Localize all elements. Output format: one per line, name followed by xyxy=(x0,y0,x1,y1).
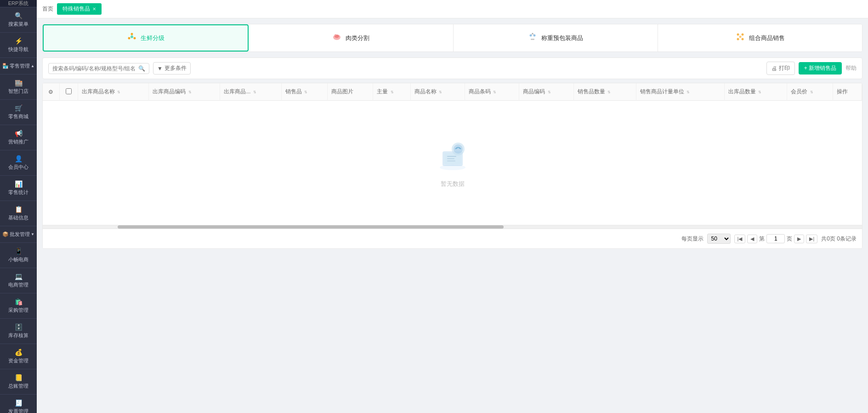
per-page-select[interactable]: 10 20 50 100 xyxy=(707,234,731,244)
sort-icon[interactable]: ⇅ xyxy=(607,90,611,94)
sort-icon[interactable]: ⇅ xyxy=(439,90,442,94)
sidebar-item-quick-nav[interactable]: ⚡ 快捷导航 xyxy=(0,33,37,58)
sidebar-item-label: 批发管理 xyxy=(10,231,30,238)
filter-button[interactable]: ▼ 更多条件 xyxy=(153,62,191,75)
sidebar-item-member[interactable]: 👤 会员中心 xyxy=(0,150,37,176)
sidebar-item-label: 采购管理 xyxy=(8,307,28,314)
sidebar-item-inventory[interactable]: 🗄️ 库存核算 xyxy=(0,319,37,344)
svg-point-1 xyxy=(128,37,130,40)
invoice-icon: 🧾 xyxy=(15,399,23,407)
svg-point-17 xyxy=(739,36,741,38)
meat-tab-label: 肉类分割 xyxy=(346,34,369,42)
next-page-button[interactable]: ▶ xyxy=(794,235,804,243)
sort-icon[interactable]: ⇅ xyxy=(810,90,813,94)
first-page-button[interactable]: |◀ xyxy=(734,235,746,243)
sidebar-item-purchase[interactable]: 🛍️ 采购管理 xyxy=(0,293,37,319)
th-out-qty: 出库品数量 ⇅ xyxy=(724,83,787,101)
active-tab-label: 特殊销售品 xyxy=(62,5,90,13)
th-checkbox[interactable] xyxy=(59,83,78,101)
th-out-spec: 出库商品... ⇅ xyxy=(220,83,282,101)
close-tab-icon[interactable]: ✕ xyxy=(92,6,96,11)
help-button[interactable]: 帮助 xyxy=(845,64,857,72)
sidebar-item-retail[interactable]: 🏪 零售管理 ▲ xyxy=(0,58,37,75)
purchase-icon: 🛍️ xyxy=(15,298,23,305)
mini-program-icon: 📱 xyxy=(15,247,23,255)
sort-icon[interactable]: ⇅ xyxy=(758,90,761,94)
empty-text: 暂无数据 xyxy=(441,180,465,188)
sort-icon[interactable]: ⇅ xyxy=(188,90,192,94)
empty-state: 暂无数据 xyxy=(43,101,862,225)
sidebar-item-marketing[interactable]: 📢 营销推广 xyxy=(0,125,37,150)
print-button[interactable]: 🖨 打印 xyxy=(766,62,795,75)
th-image: 商品图片 xyxy=(327,83,373,101)
tab-combo[interactable]: 组合商品销售 xyxy=(658,24,862,52)
svg-point-23 xyxy=(456,148,457,149)
search-input[interactable] xyxy=(52,65,136,72)
last-page-button[interactable]: ▶| xyxy=(806,235,817,243)
sort-icon[interactable]: ⇅ xyxy=(117,90,120,94)
quick-nav-icon: ⚡ xyxy=(15,37,23,45)
svg-point-15 xyxy=(737,38,739,40)
sidebar-item-label: 零售统计 xyxy=(8,189,28,196)
sidebar-item-finance[interactable]: 💰 资金管理 xyxy=(0,344,37,369)
sort-icon[interactable]: ⇅ xyxy=(304,90,307,94)
sidebar-item-retail-mall[interactable]: 🛒 零售商城 xyxy=(0,100,37,125)
smart-store-icon: 🏬 xyxy=(15,79,23,86)
sidebar-item-retail-stats[interactable]: 📊 零售统计 xyxy=(0,176,37,201)
svg-rect-12 xyxy=(531,39,534,40)
sidebar-item-label: 小畅电商 xyxy=(8,256,28,263)
new-button[interactable]: + 新增销售品 xyxy=(799,62,842,75)
inventory-icon: 🗄️ xyxy=(15,323,23,331)
help-label: 帮助 xyxy=(845,65,857,71)
weigh-tab-label: 称重预包装商品 xyxy=(541,34,583,42)
th-sale-qty: 销售品数量 ⇅ xyxy=(573,83,636,101)
sort-icon[interactable]: ⇅ xyxy=(686,90,690,94)
sidebar-item-ledger[interactable]: 📒 总账管理 xyxy=(0,369,37,395)
select-all-checkbox[interactable] xyxy=(66,88,72,94)
th-out-code: 出库商品编码 ⇅ xyxy=(149,83,220,101)
sidebar-item-search[interactable]: 🔍 搜索菜单 xyxy=(0,7,37,33)
home-link[interactable]: 首页 xyxy=(42,5,53,13)
th-goods-name: 商品名称 ⇅ xyxy=(410,83,465,101)
th-sale-unit: 销售商品计量单位 ⇅ xyxy=(636,83,725,101)
horizontal-scrollbar[interactable] xyxy=(43,225,862,229)
sort-icon[interactable]: ⇅ xyxy=(493,90,496,94)
sidebar-item-wholesale[interactable]: 📦 批发管理 ▼ xyxy=(0,226,37,243)
sidebar-item-label: 智慧门店 xyxy=(8,88,28,95)
svg-point-0 xyxy=(131,33,133,35)
sidebar-item-smart-store[interactable]: 🏬 智慧门店 xyxy=(0,75,37,100)
topbar: 首页 特殊销售品 ✕ xyxy=(37,0,868,18)
sort-icon[interactable]: ⇅ xyxy=(253,90,256,94)
page-label-prefix: 第 xyxy=(759,235,765,243)
active-tab[interactable]: 特殊销售品 ✕ xyxy=(57,3,102,15)
gear-column-icon: ⚙ xyxy=(48,89,53,95)
fresh-tab-icon xyxy=(127,32,137,44)
sort-icon[interactable]: ⇅ xyxy=(548,90,551,94)
tab-weigh[interactable]: 称重预包装商品 xyxy=(454,24,658,52)
toolbar-right: 🖨 打印 + 新增销售品 帮助 xyxy=(766,62,857,75)
sidebar-item-invoice[interactable]: 🧾 发票管理 xyxy=(0,395,37,413)
tab-fresh[interactable]: 生鲜分级 xyxy=(43,24,249,52)
th-member-price: 会员价 ⇅ xyxy=(787,83,833,101)
sidebar-item-label: 资金管理 xyxy=(8,357,28,364)
sidebar-item-mini-program[interactable]: 📱 小畅电商 xyxy=(0,243,37,268)
horizontal-scrollbar-thumb[interactable] xyxy=(118,225,504,229)
th-barcode: 商品条码 ⇅ xyxy=(465,83,519,101)
pagination: 每页显示 10 20 50 100 |◀ ◀ 第 页 ▶ ▶| 共0页 0条记录 xyxy=(43,229,862,248)
toolbar: 🔍 ▼ 更多条件 🖨 打印 + 新增销售品 帮助 xyxy=(42,57,862,79)
sidebar-item-label: 零售商城 xyxy=(8,113,28,120)
th-gear[interactable]: ⚙ xyxy=(43,83,59,101)
sidebar-item-label: 电商管理 xyxy=(8,281,28,288)
svg-point-16 xyxy=(741,38,743,40)
sidebar-item-label: 总账管理 xyxy=(8,383,28,390)
combo-tab-label: 组合商品销售 xyxy=(749,34,785,42)
sidebar-item-base-info[interactable]: 📋 基础信息 xyxy=(0,201,37,226)
sort-icon[interactable]: ⇅ xyxy=(391,90,394,94)
page-nav: |◀ ◀ 第 页 ▶ ▶| xyxy=(734,234,818,243)
empty-state-icon xyxy=(434,138,471,174)
sidebar-item-ecommerce[interactable]: 💻 电商管理 xyxy=(0,268,37,293)
page-number-input[interactable] xyxy=(766,234,785,243)
svg-point-13 xyxy=(737,34,739,36)
tab-meat[interactable]: 肉类分割 xyxy=(249,24,453,52)
prev-page-button[interactable]: ◀ xyxy=(747,235,757,243)
